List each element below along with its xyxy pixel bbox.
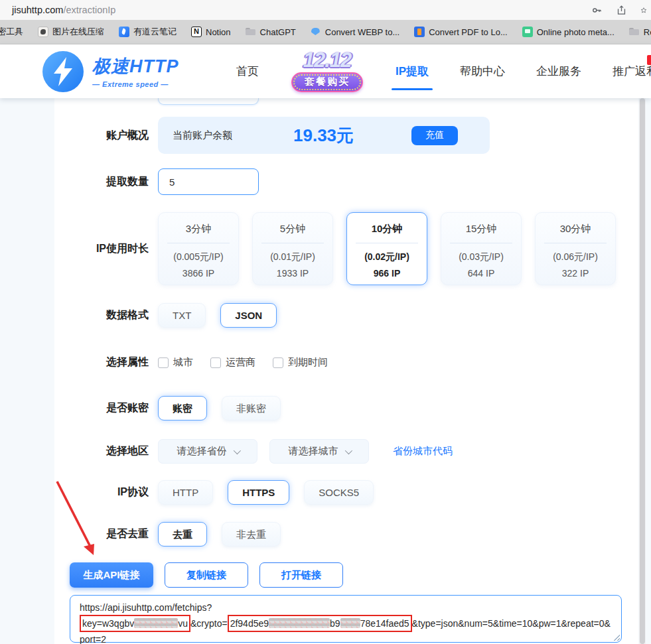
promo-pill: 套餐购买 [291, 72, 363, 92]
partial-input-stub [158, 98, 259, 105]
checkbox-icon [273, 357, 283, 368]
site-logo[interactable]: 极速HTTP — Extreme speed — [42, 51, 236, 92]
nav-home[interactable]: 首页 [236, 64, 259, 79]
checkbox-expire-time[interactable]: 到期时间 [273, 356, 328, 369]
address-bar[interactable]: jisuhttp.com/extractionIp [12, 5, 115, 15]
quantity-label: 提取数量 [54, 175, 158, 189]
duration-option-30min[interactable]: 30分钟 (0.06元/IP) 322 IP [535, 212, 616, 285]
api-url-line1: https://api.jisuhttp.com/fetchips? [80, 600, 612, 615]
checkbox-city[interactable]: 城市 [158, 356, 193, 369]
url-path: /extractionIp [63, 5, 115, 15]
api-url-line2: key=w3qgbvvu&crypto=2f94d5e9b978e14faed5… [80, 615, 612, 631]
checkbox-icon [210, 357, 221, 368]
format-option-json[interactable]: JSON [220, 303, 277, 328]
account-panel: 当前账户余额 19.33元 充值 [158, 117, 490, 154]
generate-api-link-button[interactable]: 生成API链接 [70, 562, 153, 588]
open-link-button[interactable]: 打开链接 [259, 562, 343, 588]
bookmark-convert-pdf[interactable]: Convert PDF to Lo... [414, 27, 508, 37]
redacted-crypto-mosaic [269, 618, 330, 628]
password-key-icon[interactable] [591, 5, 603, 16]
bookmark-chatgpt[interactable]: ChatGPT [246, 27, 296, 37]
account-row: 账户概况 当前账户余额 19.33元 充值 [54, 117, 638, 154]
logo-title: 极速HTTP [92, 54, 179, 78]
site-header: 极速HTTP — Extreme speed — 首页 12.12 套餐购买 I… [0, 44, 651, 98]
format-option-txt[interactable]: TXT [158, 303, 206, 328]
actions-row: 生成API链接 复制链接 打开链接 [54, 562, 638, 588]
auth-option-no-account[interactable]: 非账密 [222, 396, 281, 420]
resize-grip-icon[interactable] [613, 633, 620, 641]
youdao-note-icon [119, 27, 129, 37]
checkbox-icon [158, 357, 169, 368]
bookmark-youdao[interactable]: 有道云笔记 [119, 26, 177, 38]
main-nav: 首页 12.12 套餐购买 IP提取 帮助中心 企业服务 推广返利 [236, 50, 651, 94]
bookmark-convert-webp[interactable]: Convert WEBP to... [311, 27, 399, 37]
page-background: 账户概况 当前账户余额 19.33元 充值 提取数量 IP使用时长 3分钟 (0… [0, 98, 651, 644]
notion-icon: N [191, 27, 202, 37]
webp-converter-icon [311, 27, 321, 37]
nav-notification-badge [647, 55, 651, 65]
dedupe-row: 是否去重 去重 非去重 [54, 522, 638, 547]
bookmark-relakkes[interactable]: Relakkes [629, 27, 651, 37]
pdf-converter-icon [414, 27, 425, 37]
auth-option-account[interactable]: 账密 [158, 396, 207, 420]
share-icon[interactable] [616, 5, 627, 16]
browser-url-bar: jisuhttp.com/extractionIp [0, 0, 651, 20]
nav-referral[interactable]: 推广返利 [613, 64, 651, 79]
duration-option-10min[interactable]: 10分钟 (0.02元/IP) 966 IP [346, 212, 427, 285]
chevron-down-icon [344, 446, 352, 454]
url-host: jisuhttp.com [12, 5, 63, 15]
bookmark-photo-meta[interactable]: Online photo meta... [522, 27, 615, 37]
extraction-form-card: 账户概况 当前账户余额 19.33元 充值 提取数量 IP使用时长 3分钟 (0… [54, 98, 638, 644]
protocol-option-http[interactable]: HTTP [158, 480, 213, 505]
checkbox-carrier[interactable]: 运营商 [210, 356, 255, 369]
bookmarks-bar: 密工具 图片在线压缩 有道云笔记 NNotion ChatGPT Convert… [0, 20, 651, 44]
copy-link-button[interactable]: 复制链接 [165, 562, 248, 588]
promo-1212-text: 12.12 [290, 48, 364, 72]
duration-option-15min[interactable]: 15分钟 (0.03元/IP) 644 IP [441, 212, 522, 285]
region-row: 选择地区 请选择省份 请选择城市 省份城市代码 [54, 439, 638, 464]
dedupe-label: 是否去重 [54, 527, 158, 541]
scrollbar-thumb[interactable] [640, 98, 645, 644]
logo-subtitle: — Extreme speed — [92, 80, 179, 88]
account-label: 账户概况 [54, 129, 158, 143]
bookmark-partial[interactable]: 密工具 [0, 26, 23, 38]
key-redaction-highlight: key=w3qgbvvu [80, 615, 190, 632]
image-compress-icon [38, 27, 48, 37]
province-city-code-link[interactable]: 省份城市代码 [393, 445, 453, 458]
protocol-label: IP协议 [54, 485, 158, 499]
protocol-option-https[interactable]: HTTPS [228, 480, 289, 505]
attributes-label: 选择属性 [54, 355, 158, 369]
lightning-logo-icon [42, 51, 84, 92]
duration-label: IP使用时长 [54, 242, 158, 256]
nav-ip-extract[interactable]: IP提取 [396, 64, 429, 79]
attributes-row: 选择属性 城市 运营商 到期时间 [54, 355, 638, 369]
redacted-crypto-mosaic [340, 618, 360, 628]
nav-enterprise[interactable]: 企业服务 [536, 64, 581, 79]
chevron-down-icon [233, 446, 240, 454]
recharge-button[interactable]: 充值 [411, 126, 458, 145]
api-url-textarea[interactable]: https://api.jisuhttp.com/fetchips? key=w… [70, 595, 622, 643]
province-select[interactable]: 请选择省份 [158, 439, 257, 464]
page-scrollbar[interactable] [639, 98, 646, 644]
format-label: 数据格式 [54, 308, 158, 322]
city-select[interactable]: 请选择城市 [269, 439, 369, 464]
folder-icon [246, 27, 256, 37]
duration-option-3min[interactable]: 3分钟 (0.005元/IP) 3866 IP [158, 212, 239, 285]
dedupe-option-no[interactable]: 非去重 [222, 522, 281, 547]
quantity-input[interactable] [158, 168, 259, 195]
crypto-redaction-highlight: 2f94d5e9b978e14faed5 [228, 615, 412, 632]
nav-help-center[interactable]: 帮助中心 [460, 64, 505, 79]
promo-banner-1212[interactable]: 12.12 套餐购买 [290, 50, 364, 94]
folder-icon [629, 27, 640, 37]
protocol-row: IP协议 HTTP HTTPS SOCKS5 [54, 480, 638, 505]
protocol-option-socks5[interactable]: SOCKS5 [304, 480, 374, 505]
dedupe-option-yes[interactable]: 去重 [158, 522, 207, 547]
duration-option-5min[interactable]: 5分钟 (0.01元/IP) 1933 IP [252, 212, 333, 285]
bookmark-image-compress[interactable]: 图片在线压缩 [38, 26, 104, 38]
partial-star-icon[interactable] [640, 5, 647, 16]
active-tab-underline [392, 88, 433, 90]
region-label: 选择地区 [54, 444, 158, 458]
bookmark-notion[interactable]: NNotion [191, 27, 231, 37]
redacted-key-mosaic [134, 618, 178, 628]
auth-row: 是否账密 账密 非账密 [54, 396, 638, 420]
